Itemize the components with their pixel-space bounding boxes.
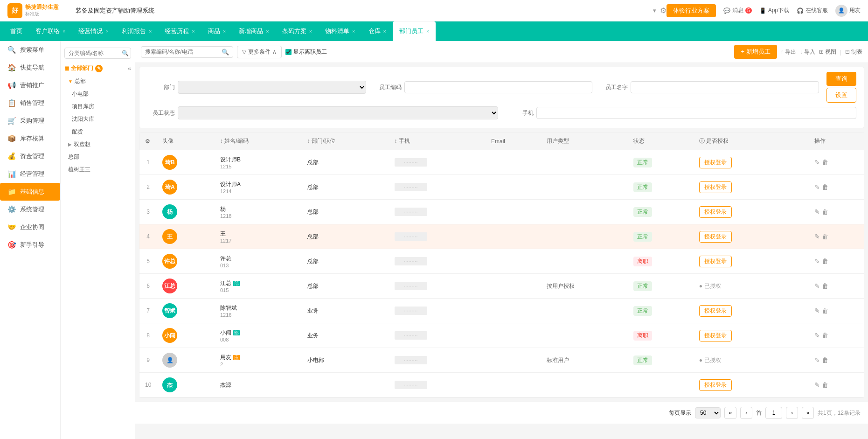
- user-btn[interactable]: 👤 用友: [835, 5, 861, 17]
- first-page-btn[interactable]: «: [724, 407, 736, 419]
- close-tab-icon[interactable]: ×: [352, 28, 355, 34]
- delete-btn[interactable]: 🗑: [822, 159, 828, 166]
- nav-tab-经营情况[interactable]: 经营情况×: [72, 21, 115, 41]
- set-btn[interactable]: 设置: [826, 88, 856, 103]
- add-employee-btn[interactable]: + 新增员工: [734, 45, 777, 59]
- delete-btn[interactable]: 🗑: [822, 208, 828, 216]
- edit-btn[interactable]: ✎: [814, 159, 820, 166]
- title-dropdown-icon[interactable]: ▾: [653, 7, 656, 14]
- show-resign-checkbox[interactable]: [285, 49, 292, 55]
- edit-btn[interactable]: ✎: [814, 307, 820, 314]
- auth-btn[interactable]: 授权登录: [699, 231, 732, 243]
- view-btn[interactable]: ⊞ 视图: [819, 48, 836, 56]
- per-page-select[interactable]: 50 20 100: [695, 407, 721, 418]
- edit-btn[interactable]: ✎: [814, 233, 820, 240]
- dept-collapse-icon[interactable]: «: [128, 65, 131, 72]
- delete-btn[interactable]: 🗑: [822, 183, 828, 191]
- auth-btn[interactable]: 授权登录: [699, 379, 732, 391]
- edit-btn[interactable]: ✎: [814, 381, 820, 389]
- search-input[interactable]: [145, 49, 220, 55]
- edit-btn[interactable]: ✎: [814, 208, 820, 216]
- delete-btn[interactable]: 🗑: [822, 381, 828, 389]
- dept-select[interactable]: [178, 81, 366, 94]
- sidebar-item-guide[interactable]: 🎯新手引导: [0, 236, 60, 254]
- dept-item-shenyang[interactable]: 沈阳大库: [61, 113, 135, 125]
- nav-tab-条码方案[interactable]: 条码方案×: [276, 21, 319, 41]
- dept-item-zongbu[interactable]: 总部: [61, 151, 135, 163]
- dept-edit-icon[interactable]: ✎: [95, 65, 103, 72]
- delete-btn[interactable]: 🗑: [822, 258, 828, 265]
- sidebar-item-purchase[interactable]: 🛒采购管理: [0, 112, 60, 130]
- more-filter-btn[interactable]: ▽ 更多条件 ∧: [237, 46, 282, 58]
- sidebar-item-basic[interactable]: 📁基础信息: [0, 183, 60, 201]
- nav-tab-利润报告[interactable]: 利润报告×: [115, 21, 158, 41]
- dept-item-shuangxu[interactable]: ▶双虚想: [61, 138, 135, 151]
- close-tab-icon[interactable]: ×: [223, 28, 226, 34]
- nav-tab-仓库[interactable]: 仓库×: [362, 21, 393, 41]
- sidebar-item-search[interactable]: 🔍搜索菜单: [0, 41, 60, 59]
- delete-btn[interactable]: 🗑: [822, 307, 828, 314]
- auth-btn[interactable]: 授权登录: [699, 206, 732, 218]
- emp-name-input[interactable]: [631, 81, 819, 93]
- col-settings[interactable]: ⚙: [139, 132, 157, 150]
- sidebar-item-quick-nav[interactable]: 🏠快捷导航: [0, 59, 60, 77]
- auth-btn[interactable]: 授权登录: [699, 330, 732, 341]
- dept-item-xiangmu[interactable]: 项目库房: [61, 100, 135, 113]
- app-download-btn[interactable]: 📱 App下载: [759, 7, 789, 14]
- edit-btn[interactable]: ✎: [814, 282, 820, 290]
- edit-btn[interactable]: ✎: [814, 332, 820, 339]
- emp-status-select[interactable]: [178, 106, 498, 119]
- close-tab-icon[interactable]: ×: [266, 28, 269, 34]
- sidebar-item-operation[interactable]: 📊经营管理: [0, 165, 60, 183]
- nav-tab-商品[interactable]: 商品×: [201, 21, 232, 41]
- col-phone[interactable]: ↕ 手机: [389, 132, 486, 150]
- emp-code-input[interactable]: [404, 81, 593, 93]
- close-tab-icon[interactable]: ×: [105, 28, 108, 34]
- service-btn[interactable]: 🎧 在线客服: [797, 7, 828, 14]
- nav-tab-经营历程[interactable]: 经营历程×: [158, 21, 201, 41]
- edit-btn[interactable]: ✎: [814, 258, 820, 265]
- close-tab-icon[interactable]: ×: [426, 28, 429, 34]
- auth-btn[interactable]: 授权登录: [699, 181, 732, 193]
- page-input[interactable]: [765, 407, 782, 419]
- phone-input[interactable]: [536, 107, 857, 119]
- delete-btn[interactable]: 🗑: [822, 282, 828, 290]
- close-tab-icon[interactable]: ×: [192, 28, 194, 34]
- sidebar-item-system[interactable]: ⚙️系统管理: [0, 201, 60, 218]
- edit-btn[interactable]: ✎: [814, 356, 820, 364]
- print-btn[interactable]: ⊟ 制表: [845, 48, 862, 56]
- col-name[interactable]: ↕ 姓名/编码: [215, 132, 302, 150]
- sidebar-item-finance[interactable]: 💰资金管理: [0, 147, 60, 165]
- sidebar-item-inventory[interactable]: 📦库存核算: [0, 130, 60, 147]
- prev-page-btn[interactable]: ‹: [740, 407, 752, 419]
- sidebar-item-enterprise[interactable]: 🤝企业协同: [0, 218, 60, 236]
- close-tab-icon[interactable]: ×: [383, 28, 386, 34]
- export-btn[interactable]: ↑ 导出: [781, 48, 796, 56]
- auth-btn[interactable]: 授权登录: [699, 305, 732, 317]
- delete-btn[interactable]: 🗑: [822, 356, 828, 364]
- dept-item-head[interactable]: ▼总部: [61, 75, 135, 88]
- sidebar-item-marketing[interactable]: 📢营销推广: [0, 77, 60, 94]
- import-btn[interactable]: ↓ 导入: [800, 48, 815, 56]
- settings-icon[interactable]: ⚙: [660, 6, 667, 15]
- delete-btn[interactable]: 🗑: [822, 332, 828, 339]
- dept-item-xiaodianbang[interactable]: 小电部: [61, 88, 135, 100]
- dept-item-zhishu[interactable]: 植树王三: [61, 163, 135, 176]
- nav-tab-客户联络[interactable]: 客户联络×: [29, 21, 72, 41]
- close-tab-icon[interactable]: ×: [309, 28, 312, 34]
- next-page-btn[interactable]: ›: [786, 407, 798, 419]
- delete-btn[interactable]: 🗑: [822, 233, 828, 240]
- msg-btn[interactable]: 💬 消息 5: [723, 7, 752, 14]
- trial-btn[interactable]: 体验行业方案: [667, 4, 716, 17]
- nav-tab-新增商品[interactable]: 新增商品×: [232, 21, 275, 41]
- edit-btn[interactable]: ✎: [814, 183, 820, 191]
- query-btn[interactable]: 查询: [826, 72, 856, 86]
- dept-search-input[interactable]: [64, 48, 131, 59]
- col-dept[interactable]: ↕ 部门/职位: [302, 132, 389, 150]
- last-page-btn[interactable]: »: [802, 407, 814, 419]
- nav-tab-首页[interactable]: 首页: [4, 21, 29, 41]
- close-tab-icon[interactable]: ×: [62, 28, 65, 34]
- auth-btn[interactable]: 授权登录: [699, 157, 732, 168]
- auth-btn[interactable]: 授权登录: [699, 256, 732, 267]
- dept-item-peihuo[interactable]: 配货: [61, 125, 135, 138]
